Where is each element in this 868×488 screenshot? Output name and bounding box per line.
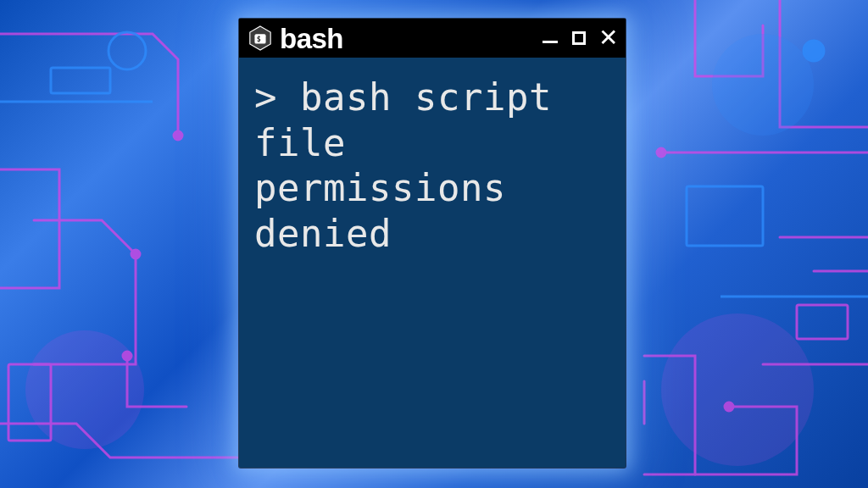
close-button[interactable]: ✕ bbox=[598, 29, 617, 47]
close-icon: ✕ bbox=[598, 26, 618, 50]
window-controls: ✕ bbox=[541, 29, 617, 47]
svg-point-8 bbox=[108, 32, 146, 69]
svg-point-0 bbox=[174, 131, 182, 140]
minimize-button[interactable] bbox=[541, 29, 559, 47]
minimize-icon bbox=[542, 41, 558, 43]
svg-point-3 bbox=[657, 148, 665, 157]
svg-rect-5 bbox=[8, 364, 51, 441]
svg-rect-6 bbox=[797, 305, 848, 339]
svg-point-11 bbox=[25, 330, 144, 449]
terminal-window: $ bash ✕ > bash script file permissions … bbox=[239, 19, 626, 468]
svg-point-12 bbox=[661, 313, 814, 466]
terminal-body[interactable]: > bash script file permissions denied bbox=[239, 58, 626, 468]
maximize-icon bbox=[572, 31, 586, 45]
maximize-button[interactable] bbox=[570, 29, 588, 47]
svg-point-9 bbox=[804, 41, 824, 61]
svg-rect-10 bbox=[51, 68, 110, 93]
prompt-symbol: > bbox=[254, 75, 277, 119]
svg-point-1 bbox=[131, 250, 140, 258]
window-title: bash bbox=[280, 25, 343, 53]
titlebar[interactable]: $ bash ✕ bbox=[239, 19, 626, 58]
svg-rect-7 bbox=[687, 186, 763, 246]
bash-hex-icon: $ bbox=[248, 25, 273, 51]
svg-point-13 bbox=[712, 34, 814, 136]
svg-point-2 bbox=[123, 352, 131, 360]
svg-point-4 bbox=[725, 402, 733, 411]
svg-text:$: $ bbox=[257, 35, 261, 43]
terminal-text: bash script file permissions denied bbox=[254, 75, 575, 255]
